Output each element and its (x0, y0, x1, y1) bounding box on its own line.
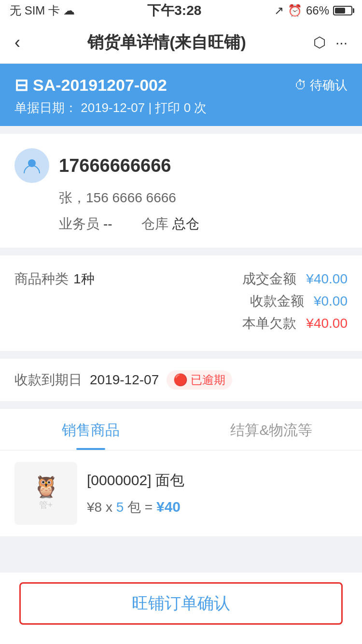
equals-symbol: = (145, 500, 156, 515)
customer-name: 张，156 6666 6666 (59, 189, 348, 207)
product-item: 🦉 管+ [0000002] 面包 ¥8 x 5 包 = ¥40 (14, 462, 348, 525)
tab-settlement[interactable]: 结算&物流等 (181, 409, 362, 450)
battery-percent: 66% (306, 4, 329, 17)
status-bar: 无 SIM 卡 ☁ 下午3:28 ↗ ⏰ 66% (0, 0, 362, 21)
back-button[interactable]: ‹ (14, 32, 20, 53)
due-label: 收款到期日 (14, 371, 82, 389)
debt-label: 本单欠款 (242, 314, 296, 333)
overdue-badge: 🔴 已逾期 (167, 370, 232, 390)
avatar (14, 148, 49, 183)
tab-sales[interactable]: 销售商品 (0, 409, 181, 450)
order-status: ⏱ 待确认 (294, 77, 348, 94)
summary-section: 商品种类 1种 成交金额 ¥40.00 收款金额 ¥0.00 本单欠款 ¥40.… (0, 255, 362, 351)
status-right: ↗ ⏰ 66% (274, 4, 352, 17)
product-info: [0000002] 面包 ¥8 x 5 包 = ¥40 (87, 471, 348, 517)
multiply-symbol: x (106, 500, 116, 515)
separator: | (148, 100, 155, 115)
debt-value: ¥40.00 (306, 316, 348, 331)
confirm-btn-wrap: 旺铺订单确认 (0, 573, 362, 644)
product-code: [0000002] (87, 472, 151, 488)
product-name: [0000002] 面包 (87, 471, 348, 490)
print-info: 打印 0 次 (155, 100, 207, 115)
amount-label: 成交金额 (242, 270, 296, 288)
status-time: 下午3:28 (147, 1, 201, 20)
overdue-text: 已逾期 (191, 372, 225, 388)
status-text: 待确认 (310, 77, 348, 94)
product-type-label: 商品种类 (14, 270, 69, 288)
order-date: 单据日期： 2019-12-07 | 打印 0 次 (14, 99, 348, 116)
product-name-text: 面包 (155, 472, 184, 488)
received-value: ¥0.00 (314, 294, 348, 309)
customer-section: 17666666666 张，156 6666 6666 业务员 -- 仓库 总仓 (0, 134, 362, 248)
no-sim-text: 无 SIM 卡 ☁ (10, 3, 75, 18)
header-card: ⊟ SA-20191207-002 ⏱ 待确认 单据日期： 2019-12-07… (0, 64, 362, 126)
warehouse-value: 总仓 (172, 215, 199, 233)
nav-bar: ‹ 销货单详情(来自旺铺) ⬡ ··· (0, 21, 362, 64)
product-owl-icon: 🦉 (33, 476, 59, 497)
customer-phone: 17666666666 (59, 155, 171, 176)
order-number: ⊟ SA-20191207-002 (14, 75, 167, 95)
status-icon: ⏱ (294, 78, 307, 93)
battery-icon (333, 6, 352, 15)
tabs: 销售商品 结算&物流等 (0, 409, 362, 450)
sales-value: -- (103, 216, 112, 232)
received-label: 收款金额 (250, 292, 304, 310)
product-price: ¥8 x 5 包 = ¥40 (87, 498, 348, 517)
confirm-order-button[interactable]: 旺铺订单确认 (19, 582, 343, 625)
amounts: 成交金额 ¥40.00 收款金额 ¥0.00 本单欠款 ¥40.00 (242, 270, 348, 336)
location-icon: ↗ (274, 4, 284, 17)
overdue-icon: 🔴 (173, 373, 188, 387)
order-icon: ⊟ (14, 75, 28, 95)
product-unit: 包 (127, 500, 141, 515)
due-date-section: 收款到期日 2019-12-07 🔴 已逾期 (0, 359, 362, 401)
product-owl-sub: 管+ (39, 499, 53, 511)
product-unit-price: ¥8 (87, 500, 102, 515)
product-total: ¥40 (156, 499, 181, 515)
order-date-value: 2019-12-07 (81, 100, 145, 115)
order-number-text: SA-20191207-002 (33, 76, 167, 95)
sales-label: 业务员 (59, 215, 99, 233)
product-thumbnail: 🦉 管+ (14, 462, 77, 525)
date-label: 单据日期： (14, 100, 77, 115)
confirm-btn-label: 旺铺订单确认 (132, 592, 230, 615)
export-icon[interactable]: ⬡ (313, 34, 326, 51)
product-section: 🦉 管+ [0000002] 面包 ¥8 x 5 包 = ¥40 (0, 450, 362, 536)
product-type-value: 1种 (73, 270, 95, 288)
customer-meta: 业务员 -- 仓库 总仓 (59, 215, 348, 233)
more-icon[interactable]: ··· (335, 34, 348, 51)
due-date-value: 2019-12-07 (90, 372, 159, 388)
tab-sales-label: 销售商品 (62, 422, 120, 438)
nav-actions: ⬡ ··· (313, 34, 348, 51)
tabs-section: 销售商品 结算&物流等 🦉 管+ [0000002] 面包 ¥8 x 5 (0, 409, 362, 536)
tab-settlement-label: 结算&物流等 (230, 422, 312, 438)
status-left: 无 SIM 卡 ☁ (10, 3, 75, 18)
page-title: 销货单详情(来自旺铺) (87, 31, 246, 54)
warehouse-label: 仓库 (141, 215, 168, 233)
amount-value: ¥40.00 (306, 271, 348, 287)
product-qty: 5 (116, 500, 124, 515)
alarm-icon: ⏰ (288, 4, 302, 17)
